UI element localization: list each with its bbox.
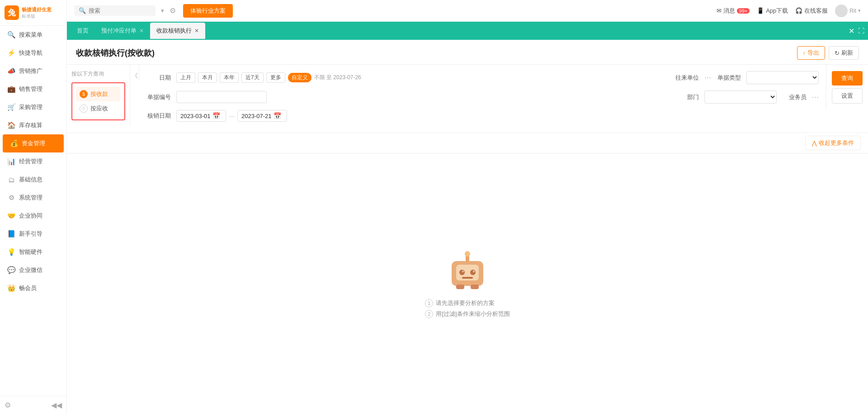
sidebar-item-guide[interactable]: 📘 新手引导 [0,225,66,243]
sidebar-item-purchase[interactable]: 🛒 采购管理 [0,98,66,116]
gear-icon[interactable]: ⚙ [170,6,176,15]
sidebar-label-hardware: 智能硬件 [19,248,42,256]
maximize-icon[interactable]: ⛶ [858,27,864,34]
inventory-icon: 🏠 [7,121,15,129]
verify-end-value: 2023-07-21 [241,113,272,119]
sidebar-label-basic: 基础信息 [19,176,42,184]
tab-prepay-label: 预付冲应付单 [101,27,137,35]
sidebar-item-marketing[interactable]: 📣 营销推广 [0,62,66,80]
tab-receipt[interactable]: 收款核销执行 ✕ [150,23,205,39]
user-avatar-item[interactable]: Rit ▾ [835,5,861,17]
sidebar-item-wechat[interactable]: 💬 企业微信 [0,261,66,279]
page-header: 收款核销执行(按收款) ↑ 导出 ↻ 刷新 [67,40,868,65]
filter-row-1: 日期 上月 本月 本年 近7天 更多 自定义 不限 至 2023-07-26 往… [146,71,819,84]
wechat-icon: 💬 [7,266,15,274]
tab-bar: 首页 预付冲应付单 ✕ 收款核销执行 ✕ ✕ ⛶ [67,22,868,40]
app-download-label: App下载 [766,7,788,15]
sidebar-label-finance: 资金管理 [22,139,45,148]
counterpart-ellipsis[interactable]: ··· [704,73,711,82]
svg-point-2 [459,270,465,275]
setting-button[interactable]: 设置 [832,88,863,104]
collapse-icon: ⋀ [812,140,817,147]
tab-prepay-close[interactable]: ✕ [139,28,144,34]
dept-select[interactable] [704,90,777,104]
service-icon: 🎧 [795,7,802,14]
filter-by-receipt[interactable]: $ 按收款 [76,87,121,101]
topbar-right: ✉ 消息 99+ 📱 App下载 🎧 在线客服 Rit ▾ [717,5,861,17]
app-download-item[interactable]: 📱 App下载 [757,7,788,15]
basic-icon: 🗂 [7,176,15,184]
filter-options-panel: $ 按收款 ⏱ 按应收 [71,82,125,120]
vip-icon: 👑 [7,284,15,292]
sidebar-item-vip[interactable]: 👑 畅会员 [0,279,66,297]
refresh-button[interactable]: ↻ 刷新 [829,46,859,60]
settings-icon[interactable]: ⚙ [5,401,11,409]
staff-ellipsis[interactable]: ··· [812,92,819,102]
sidebar-item-search[interactable]: 🔍 搜索菜单 [0,26,66,44]
message-badge: 99+ [737,8,750,14]
search-input[interactable] [89,7,151,14]
dropdown-icon[interactable]: ▾ [161,7,164,14]
receivable-icon: ⏱ [80,105,88,113]
filter-by-receivable[interactable]: ⏱ 按应收 [76,101,121,116]
svg-rect-9 [456,285,464,289]
empty-illustration [445,247,490,293]
collapse-sidebar-icon[interactable]: ◀◀ [51,401,62,409]
sidebar-item-basic[interactable]: 🗂 基础信息 [0,171,66,189]
collapse-label: 收起更多条件 [819,139,854,147]
user-dropdown-icon: ▾ [858,8,861,14]
filter-row-3: 核销日期 2023-03-01 📅 — 2023-07-21 📅 [146,110,819,122]
sidebar-item-shortcut[interactable]: ⚡ 快捷导航 [0,44,66,62]
close-window-icon[interactable]: ✕ [849,27,854,35]
username-label: Rit [849,8,856,14]
verify-start-value: 2023-03-01 [180,113,211,119]
tab-prepay[interactable]: 预付冲应付单 ✕ [95,23,150,39]
sidebar-label-inventory: 库存核算 [19,121,42,129]
filter-area: 按以下方查询 $ 按收款 ⏱ 按应收 《 [67,65,868,133]
date-btn-this-month[interactable]: 本月 [198,72,217,83]
purchase-icon: 🛒 [7,103,15,111]
date-btn-more[interactable]: 更多 [266,72,285,83]
solution-button[interactable]: 体验行业方案 [183,4,233,18]
topbar-search-box[interactable]: 🔍 [74,5,156,16]
date-btn-7days[interactable]: 近7天 [241,72,264,83]
online-service-item[interactable]: 🎧 在线客服 [795,7,828,15]
query-button[interactable]: 查询 [832,71,863,86]
counterpart-label: 往来单位 [675,74,699,82]
sidebar-item-system[interactable]: ⚙ 系统管理 [0,189,66,207]
verify-date-end[interactable]: 2023-07-21 📅 [237,110,287,122]
guide-icon: 📘 [7,230,15,238]
filter-collapse-toggle[interactable]: 《 [130,65,139,80]
date-shortcuts: 上月 本月 本年 近7天 更多 自定义 不限 至 2023-07-26 [176,72,361,83]
date-btn-last-month[interactable]: 上月 [176,72,195,83]
sidebar-label-system: 系统管理 [19,194,42,202]
refresh-icon: ↻ [835,50,840,57]
sidebar-item-sales[interactable]: 💼 销售管理 [0,80,66,98]
doc-no-label: 单据编号 [146,93,171,101]
verify-date-start[interactable]: 2023-03-01 📅 [176,110,226,122]
svg-point-8 [465,251,470,257]
tip-num-2: 2 [425,310,433,318]
message-item[interactable]: ✉ 消息 99+ [717,7,750,15]
sidebar-item-operation[interactable]: 📊 经营管理 [0,152,66,171]
sidebar-item-collab[interactable]: 🤝 企业协同 [0,207,66,225]
collapse-more-button[interactable]: ⋀ 收起更多条件 [805,136,861,150]
export-button[interactable]: ↑ 导出 [797,46,826,60]
date-btn-this-year[interactable]: 本年 [220,72,239,83]
content-area: 收款核销执行(按收款) ↑ 导出 ↻ 刷新 按以下方查询 [67,40,868,414]
sidebar-item-hardware[interactable]: 💡 智能硬件 [0,243,66,261]
logo-area: 兔 畅捷通好生意 标准版 [0,0,66,26]
calendar-end-icon: 📅 [274,112,281,119]
doc-type-select[interactable] [746,71,819,84]
sidebar-item-inventory[interactable]: 🏠 库存核算 [0,116,66,134]
empty-state: 1 请先选择要分析的方案 2 用[过滤]条件来缩小分析范围 [67,154,868,414]
tab-receipt-close[interactable]: ✕ [194,28,199,34]
svg-rect-7 [466,256,469,262]
doc-no-input[interactable] [176,91,267,103]
sidebar-label-collab: 企业协同 [19,212,42,220]
tip-num-1: 1 [425,299,433,307]
page-title: 收款核销执行(按收款) [76,48,155,58]
tab-home[interactable]: 首页 [71,23,95,39]
sidebar-item-finance[interactable]: 💰 资金管理 [3,134,64,152]
svg-point-3 [470,270,476,275]
